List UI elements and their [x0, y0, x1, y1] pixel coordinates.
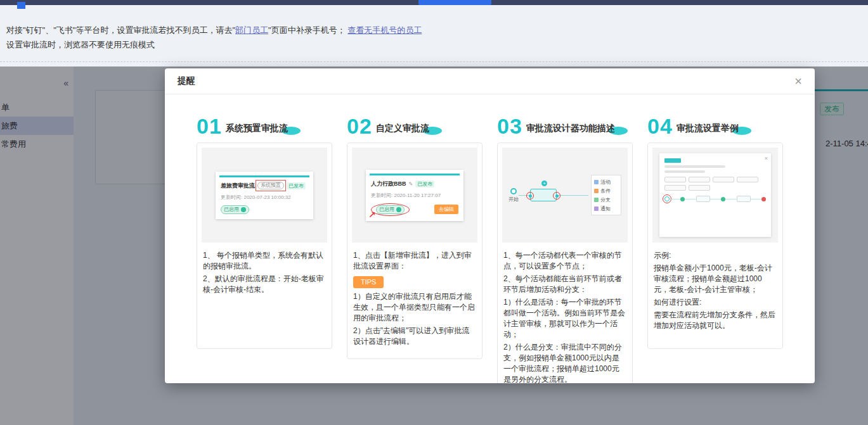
primary-button-fragment[interactable] — [418, 0, 491, 5]
add-node-dot — [680, 197, 685, 201]
view-no-phone-link[interactable]: 查看无手机号的员工 — [347, 25, 422, 35]
thumbnail-system-preset: 差旅费审批流 系统预置 已发布 更新时间: 2020-07-23 10:00:3… — [202, 148, 327, 243]
panel-item: 分支 — [594, 195, 618, 204]
description-line: 1、 每个报销单类型，系统会有默认的报销审批流。 — [203, 250, 326, 272]
published-badge: 已发布 — [287, 182, 306, 189]
red-annotation-ring — [664, 196, 670, 201]
add-node-dot — [721, 197, 725, 201]
card-title: 审批流设置举例 — [677, 123, 739, 134]
start-label: 开始 — [508, 196, 519, 203]
flow-connector — [751, 199, 761, 200]
notice-area: 对接"钉钉"、"飞书"等平台时，设置审批流若找不到员工，请去"部门员工"页面中补… — [6, 23, 422, 52]
description-line: 示例: — [654, 250, 777, 261]
mini-accent-chip — [664, 158, 681, 163]
card-head: 02 自定义审批流 — [347, 113, 483, 136]
activity-node: + — [530, 189, 557, 201]
red-end-dot — [761, 197, 766, 201]
card-box: × — [647, 143, 783, 349]
red-annotation-box: 系统预置 — [257, 182, 284, 189]
mini-field — [713, 177, 734, 182]
flow-connector — [670, 199, 680, 200]
update-time-text: 更新时间: 2020-11-20 17:27:07 — [371, 192, 458, 199]
card-box: 人力行政BBB ✎ 已发布 更新时间: 2020-11-20 17:27:07 … — [347, 143, 483, 359]
description-line: 1、点击【新增审批流】，进入到审批流设置界面： — [353, 250, 476, 272]
card-title: 审批流设计器功能描述 — [526, 123, 615, 134]
flow-connector — [557, 195, 588, 196]
mini-footer-row: 已启用 — [221, 205, 308, 214]
card-title: 系统预置审批流 — [226, 123, 288, 134]
notice-line-1: 对接"钉钉"、"飞书"等平台时，设置审批流若找不到员工，请去"部门员工"页面中补… — [6, 23, 422, 37]
card-number: 03 — [497, 117, 522, 136]
description-line: 报销单金额小于1000元，老板-会计审核流程；报销单金额超过1000元，老板-会… — [654, 263, 777, 295]
mini-title-row: 人力行政BBB ✎ 已发布 — [371, 180, 458, 188]
mini-field — [664, 177, 686, 182]
mini-form-fields — [664, 177, 766, 191]
notice-line-2: 设置审批流时，浏览器不要使用无痕模式 — [6, 37, 422, 52]
activity-icon — [594, 180, 599, 184]
description-line: 如何进行设置: — [654, 297, 777, 308]
mini-title-row: 差旅费审批流 系统预置 已发布 — [221, 182, 308, 190]
panel-item: 条件 — [594, 186, 618, 195]
flow-connector — [685, 199, 696, 200]
card-setup-example: 04 审批流设置举例 × — [647, 113, 783, 349]
enabled-toggle: 已启用 — [376, 205, 405, 214]
mini-footer-row: 已启用 去编辑 — [371, 203, 458, 216]
panel-item: 活动 — [594, 177, 618, 186]
card-head: 01 系统预置审批流 — [197, 113, 332, 136]
close-icon[interactable]: × — [794, 75, 802, 87]
red-annotation-ring — [526, 192, 534, 200]
card-number: 02 — [347, 117, 372, 136]
notify-icon — [594, 206, 599, 211]
description-line: 2）什么是分支：审批流中不同的分支，例如报销单金额1000元以内是一个审批流程；… — [503, 342, 626, 383]
card-box: 差旅费审批流 系统预置 已发布 更新时间: 2020-07-23 10:00:3… — [197, 143, 332, 349]
branch-icon — [594, 198, 599, 202]
edit-icon: ✎ — [409, 181, 413, 187]
card-description: 1、每一个活动都代表一个审核的节点，可以设置多个节点； 2、每个活动都能在当前环… — [502, 243, 628, 383]
description-line: 1）自定义的审批流只有启用后才能生效，且一个单据类型只能有一个启用的审批流程； — [353, 291, 476, 324]
page: 对接"钉钉"、"飞书"等平台时，设置审批流若找不到员工，请去"部门员工"页面中补… — [0, 0, 868, 425]
mini-accent-line — [370, 174, 460, 175]
preset-tag: 系统预置 — [257, 182, 284, 189]
mini-flow-diagram: 开始 + 活动 条件 分 — [502, 175, 628, 215]
flow-connector — [710, 199, 721, 200]
dept-staff-link[interactable]: 部门员工 — [235, 25, 268, 35]
description-line: 1）什么是活动：每一个审批的环节都叫做一个活动。例如当前环节是会计主管审核，那就… — [503, 297, 626, 340]
modal-title: 提醒 — [178, 75, 195, 87]
flow-start-node: 开始 — [508, 188, 519, 203]
red-annotation-ring: 已启用 — [371, 203, 410, 216]
panel-item-label: 活动 — [600, 179, 611, 186]
reminder-modal: 提醒 × 01 系统预置审批流 差旅费审批流 系 — [165, 68, 815, 383]
mini-settings-screen: × — [659, 153, 771, 237]
card-description: 1、点击【新增审批流】，进入到审批流设置界面： TIPS 1）自定义的审批流只有… — [352, 243, 477, 354]
description-line: 需要在流程前先增加分支条件，然后增加对应活动就可以。 — [654, 310, 777, 331]
mini-accent-line — [219, 175, 309, 177]
mini-flow-name: 人力行政BBB — [371, 180, 406, 188]
mini-field — [689, 185, 710, 191]
description-line: 2、默认的审批流程是：开始-老板审核-会计审核-结束。 — [203, 274, 326, 295]
description-line: 2、每个活动都能在当前环节前或者环节后增加活动和分支： — [503, 274, 626, 295]
condition-icon — [594, 189, 599, 193]
mini-field — [737, 177, 758, 182]
toggle-knob — [241, 207, 246, 212]
enabled-toggle: 已启用 — [221, 205, 249, 214]
red-annotation-arrow: ↗ — [368, 210, 376, 220]
panel-item: 通知 — [594, 204, 618, 213]
mini-flow-strip — [664, 196, 766, 202]
notice-text: 对接"钉钉"、"飞书"等平台时，设置审批流若找不到员工，请去" — [6, 25, 235, 35]
card-box: 开始 + 活动 条件 分 — [497, 143, 633, 383]
update-time-text: 更新时间: 2020-07-23 10:00:32 — [221, 194, 308, 201]
start-dot — [510, 188, 517, 194]
card-title: 自定义审批流 — [376, 123, 429, 134]
card-head: 04 审批流设置举例 — [647, 113, 783, 136]
mini-flow-name: 差旅费审批流 — [221, 182, 255, 190]
top-navbar — [0, 0, 868, 5]
thumbnail-designer: 开始 + 活动 条件 分 — [502, 148, 628, 243]
card-head: 03 审批流设计器功能描述 — [497, 113, 633, 136]
card-description: 1、 每个报销单类型，系统会有默认的报销审批流。 2、默认的审批流程是：开始-老… — [202, 243, 327, 302]
add-node-icon: + — [541, 181, 547, 186]
panel-item-label: 条件 — [600, 187, 611, 194]
mini-flow-card: 人力行政BBB ✎ 已发布 更新时间: 2020-11-20 17:27:07 … — [366, 170, 463, 221]
flow-node — [696, 196, 710, 202]
thumbnail-custom-flow: 人力行政BBB ✎ 已发布 更新时间: 2020-11-20 17:27:07 … — [352, 148, 477, 243]
card-description: 示例: 报销单金额小于1000元，老板-会计审核流程；报销单金额超过1000元，… — [652, 243, 778, 338]
